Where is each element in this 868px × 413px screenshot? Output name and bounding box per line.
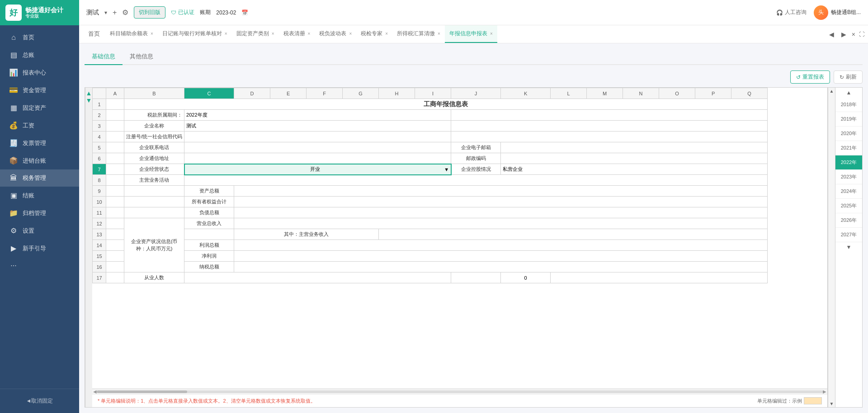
tab-close-auxiliary[interactable]: ×: [151, 31, 153, 36]
sidebar-item-invoice[interactable]: 🧾 发票管理: [0, 134, 79, 152]
sidebar-item-salary[interactable]: 💰 工资: [0, 117, 79, 134]
tab-incometax[interactable]: 所得税汇算清缴 ×: [392, 25, 445, 43]
value-total-assets[interactable]: [234, 186, 768, 197]
value-employees-count[interactable]: 0: [501, 272, 551, 283]
user-avatar-button[interactable]: 头 畅捷通B组...: [814, 5, 861, 20]
col-header-e[interactable]: E: [270, 88, 307, 99]
topbar-add-button[interactable]: +: [113, 9, 117, 17]
col-header-m[interactable]: M: [587, 88, 623, 99]
sidebar-item-tax[interactable]: 🏛 税务管理: [0, 169, 79, 187]
old-version-button[interactable]: 切到旧版: [134, 6, 165, 19]
refresh-button[interactable]: ↻ 刷新: [834, 70, 863, 84]
year-item-2019[interactable]: 2019年: [835, 112, 862, 127]
year-scroll-down[interactable]: ▼: [844, 242, 854, 252]
value-postcode[interactable]: [501, 153, 768, 164]
topbar-settings-button[interactable]: ⚙: [122, 8, 128, 17]
col-header-b[interactable]: B: [124, 88, 184, 99]
value-total-revenue[interactable]: [234, 218, 768, 229]
year-item-2022[interactable]: 2022年: [835, 155, 862, 170]
year-item-2021[interactable]: 2021年: [835, 141, 862, 155]
year-item-2018[interactable]: 2018年: [835, 98, 862, 112]
horizontal-scrollbar[interactable]: ◀ ▶: [92, 389, 827, 394]
topbar-dropdown-icon[interactable]: ▾: [104, 9, 107, 16]
sidebar-item-funds[interactable]: 💳 资金管理: [0, 81, 79, 99]
sidebar-item-archive[interactable]: 📁 归档管理: [0, 204, 79, 222]
col-header-p[interactable]: P: [695, 88, 731, 99]
value-equity[interactable]: [234, 197, 768, 207]
value-total-profit[interactable]: [234, 240, 768, 251]
sidebar-item-settings[interactable]: ⚙ 设置: [0, 222, 79, 239]
value-reg-no[interactable]: [184, 131, 451, 142]
col-header-a[interactable]: A: [106, 88, 124, 99]
tab-close-all-button[interactable]: ×: [852, 31, 855, 38]
vertical-scrollbar[interactable]: ▲ ▼: [828, 88, 835, 407]
value-tax-period[interactable]: 2022年度: [184, 110, 451, 121]
service-button[interactable]: 🎧 人工咨询: [776, 9, 807, 16]
year-item-2025[interactable]: 2025年: [835, 199, 862, 213]
value-main-revenue[interactable]: [379, 229, 768, 240]
collapse-bar[interactable]: ▲ ▼: [85, 88, 92, 407]
sheet-title[interactable]: 工商年报信息表: [124, 99, 768, 110]
tab-fixedassets[interactable]: 固定资产类别 ×: [232, 25, 279, 43]
sheet-scroll-area[interactable]: A B C D E F G H I J: [92, 88, 827, 389]
year-item-2027[interactable]: 2027年: [835, 228, 862, 242]
sidebar-pin-button[interactable]: ◄取消固定: [0, 394, 79, 408]
value-email[interactable]: [501, 142, 768, 153]
col-header-q[interactable]: Q: [731, 88, 768, 99]
year-item-2020[interactable]: 2020年: [835, 127, 862, 141]
tab-taxwave[interactable]: 税负波动表 ×: [315, 25, 356, 43]
tab-close-taxwave[interactable]: ×: [349, 31, 352, 36]
calendar-icon[interactable]: 📅: [241, 9, 248, 16]
col-header-o[interactable]: O: [659, 88, 695, 99]
scroll-right-icon[interactable]: ▶: [823, 389, 826, 394]
subtab-other[interactable]: 其他信息: [123, 49, 160, 65]
col-header-d[interactable]: D: [234, 88, 270, 99]
value-address[interactable]: [184, 153, 451, 164]
sidebar-item-more[interactable]: ···: [0, 257, 79, 274]
year-item-2026[interactable]: 2026年: [835, 213, 862, 228]
scroll-down-button[interactable]: ▼: [829, 400, 835, 407]
tab-home[interactable]: 首页: [83, 25, 105, 43]
tab-annual-report[interactable]: 年报信息申报表 ×: [445, 25, 497, 43]
tab-close-taxlist[interactable]: ×: [308, 31, 311, 36]
value-biz-status-dropdown[interactable]: 开业 ▼: [184, 164, 451, 175]
value-phone[interactable]: [184, 142, 451, 153]
tab-close-annual[interactable]: ×: [490, 31, 493, 36]
sidebar-item-guide[interactable]: ▶ 新手引导: [0, 239, 79, 257]
tab-bankreconcile[interactable]: 日记账与银行对账单核对 ×: [158, 25, 232, 43]
year-item-2023[interactable]: 2023年: [835, 170, 862, 184]
sidebar-item-ledger[interactable]: ▤ 总账: [0, 46, 79, 64]
value-net-profit[interactable]: [234, 251, 768, 262]
value-company-name[interactable]: 测试: [184, 121, 451, 131]
col-header-k[interactable]: K: [501, 88, 551, 99]
value-main-biz[interactable]: [184, 175, 768, 186]
sidebar-item-assets[interactable]: ▦ 固定资产: [0, 99, 79, 117]
subtab-basic[interactable]: 基础信息: [85, 49, 123, 65]
tab-close-incometax[interactable]: ×: [438, 31, 440, 36]
value-holding[interactable]: 私营企业: [501, 164, 768, 175]
col-header-h[interactable]: H: [379, 88, 415, 99]
year-item-2024[interactable]: 2024年: [835, 184, 862, 199]
col-header-f[interactable]: F: [307, 88, 343, 99]
col-header-c[interactable]: C: [184, 88, 234, 99]
col-header-n[interactable]: N: [623, 88, 659, 99]
year-scroll-up[interactable]: ▲: [844, 88, 854, 98]
scroll-up-button[interactable]: ▲: [829, 88, 835, 94]
tab-next-button[interactable]: ▶: [840, 30, 848, 39]
sidebar-item-purchase[interactable]: 📦 进销台账: [0, 152, 79, 169]
sidebar-item-home[interactable]: ⌂ 首页: [0, 29, 79, 46]
tab-auxiliary[interactable]: 科目辅助余额表 ×: [105, 25, 158, 43]
col-header-l[interactable]: L: [551, 88, 587, 99]
tab-expand-button[interactable]: ⛶: [859, 31, 864, 38]
col-header-g[interactable]: G: [343, 88, 379, 99]
tab-taxexpert[interactable]: 税检专家 ×: [356, 25, 392, 43]
value-liabilities[interactable]: [234, 207, 768, 218]
scroll-left-icon[interactable]: ◀: [93, 389, 97, 394]
sidebar-item-reports[interactable]: 📊 报表中心: [0, 64, 79, 81]
col-header-j[interactable]: J: [451, 88, 501, 99]
value-total-tax[interactable]: [234, 262, 768, 272]
value-employees[interactable]: [184, 272, 451, 283]
sidebar-item-close[interactable]: ▣ 结账: [0, 187, 79, 204]
tab-close-fixedassets[interactable]: ×: [272, 31, 274, 36]
tab-close-taxexpert[interactable]: ×: [385, 31, 388, 36]
